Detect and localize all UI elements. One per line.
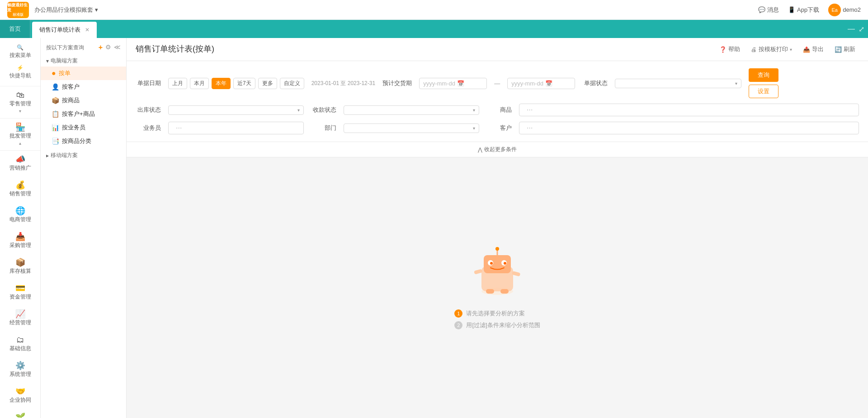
date-btn-last-7days[interactable]: 近7天 xyxy=(233,78,255,89)
sidebar-item-finance[interactable]: 💳 资金管理 xyxy=(0,280,40,305)
refresh-btn[interactable]: 🔄 刷新 xyxy=(831,43,859,55)
collapse-icon: ⋀ xyxy=(478,147,482,153)
date-btn-custom[interactable]: 自定义 xyxy=(280,78,304,89)
sidebar-item-retail[interactable]: 🛍 零售管理 ▾ xyxy=(0,86,40,118)
sidebar: 🔍 搜索菜单 ⚡ 快捷导航 🛍 零售管理 ▾ 🏪 批发管理 ▴ 📣 xyxy=(0,38,41,418)
window-maximize-btn[interactable]: ⤢ xyxy=(859,25,864,33)
scheme-settings-icon[interactable]: ⚙ xyxy=(105,43,111,52)
sidebar-item-enterprise[interactable]: 🤝 企业协同 xyxy=(0,383,40,408)
sidebar-item-sales[interactable]: 💰 销售管理 xyxy=(0,176,40,202)
tab-sales-order-stat[interactable]: 销售订单统计表 ✕ xyxy=(32,22,97,38)
template-print-caret: ▾ xyxy=(790,47,792,52)
customer-dots[interactable]: ··· xyxy=(527,124,533,132)
date-btn-this-month[interactable]: 本月 xyxy=(190,78,209,89)
customer-input[interactable]: ··· xyxy=(519,122,859,134)
query-btn[interactable]: 查询 xyxy=(749,68,778,82)
svg-rect-12 xyxy=(500,289,509,294)
brand-name: 畅捷通好生意 xyxy=(7,3,29,13)
left-panel-header: 按以下方案查询 + ⚙ ≪ xyxy=(41,42,126,55)
by-customer-label: 按客户 xyxy=(62,83,80,91)
svg-rect-11 xyxy=(486,289,494,294)
scheme-item-by-customer[interactable]: 👤 按客户 xyxy=(41,80,126,94)
industry-selector[interactable]: 办公用品行业模拟账套 ▾ xyxy=(34,6,98,14)
tab-close-icon[interactable]: ✕ xyxy=(85,27,90,33)
scheme-item-by-order[interactable]: ● 按单 xyxy=(41,66,126,80)
scheme-collapse-icon[interactable]: ≪ xyxy=(114,43,121,52)
window-minimize-btn[interactable]: — xyxy=(848,25,855,33)
sidebar-item-purchase[interactable]: 📥 采购管理 xyxy=(0,228,40,254)
tab-home[interactable]: 首页 xyxy=(0,20,30,38)
sidebar-item-basic[interactable]: 🗂 基础信息 xyxy=(0,331,40,357)
svg-point-6 xyxy=(504,262,506,265)
sidebar-item-newbie[interactable]: 🌱 新手引导 xyxy=(0,408,40,418)
sidebar-purchase-label: 采购管理 xyxy=(9,242,31,249)
settings-btn[interactable]: 设置 xyxy=(749,85,778,98)
scheme-item-by-salesperson[interactable]: 📊 按业务员 xyxy=(41,121,126,134)
scheme-item-by-product[interactable]: 📦 按商品 xyxy=(41,94,126,107)
expected-date-start[interactable]: yyyy-mm-dd 📅 xyxy=(419,78,487,89)
quicknav-icon: ⚡ xyxy=(17,65,24,71)
user-avatar-area[interactable]: Ea demo2 xyxy=(828,4,861,16)
bill-date-label: 单据日期 xyxy=(136,79,161,87)
collapse-more-btn[interactable]: ⋀ 收起更多条件 xyxy=(127,142,868,157)
by-order-label: 按单 xyxy=(59,69,71,77)
tip-text-2: 用[过滤]条件来缩小分析范围 xyxy=(466,321,540,329)
scheme-group-pc-title[interactable]: ▾ 电脑端方案 xyxy=(41,55,126,66)
goods-dots[interactable]: ··· xyxy=(527,106,533,114)
date-btn-this-year[interactable]: 本年 xyxy=(212,78,231,89)
sidebar-item-operation[interactable]: 📈 经营管理 xyxy=(0,305,40,331)
export-btn[interactable]: 📤 导出 xyxy=(799,43,827,55)
salesperson-dots[interactable]: ··· xyxy=(176,124,182,132)
scheme-item-by-customer-product[interactable]: 📋 按客户+商品 xyxy=(41,107,126,121)
add-scheme-btn[interactable]: + xyxy=(99,43,103,52)
left-panel-title: 按以下方案查询 xyxy=(46,44,84,52)
sidebar-search-btn[interactable]: 🔍 搜索菜单 xyxy=(0,42,40,62)
salesperson-input[interactable]: ··· xyxy=(168,122,304,134)
scheme-group-pc-label: 电脑端方案 xyxy=(51,57,78,65)
dept-caret-icon: ▾ xyxy=(473,126,475,131)
app-download-btn[interactable]: 📱 App下载 xyxy=(788,6,819,14)
dept-select[interactable]: ▾ xyxy=(344,124,479,133)
scheme-item-by-product-category[interactable]: 📑 按商品分类 xyxy=(41,134,126,148)
sidebar-wholesale-label: 批发管理 xyxy=(9,132,31,140)
sidebar-enterprise-label: 企业协同 xyxy=(9,396,31,404)
sidebar-item-ecommerce[interactable]: 🌐 电商管理 xyxy=(0,202,40,228)
template-print-btn[interactable]: 🖨 按模板打印 ▾ xyxy=(747,43,796,55)
scheme-group-mobile: ▸ 移动端方案 xyxy=(41,150,126,161)
date-btn-more[interactable]: 更多 xyxy=(258,78,277,89)
expected-date-end[interactable]: yyyy-mm-dd 📅 xyxy=(507,78,575,89)
refresh-label: 刷新 xyxy=(844,45,855,53)
main-layout: 🔍 搜索菜单 ⚡ 快捷导航 🛍 零售管理 ▾ 🏪 批发管理 ▴ 📣 xyxy=(0,38,868,418)
sidebar-top: 🔍 搜索菜单 ⚡ 快捷导航 xyxy=(0,38,40,86)
page-header: 销售订单统计表(按单) ❓ 帮助 🖨 按模板打印 ▾ 📤 导出 🔄 刷新 xyxy=(127,38,868,61)
help-btn[interactable]: ❓ 帮助 xyxy=(716,43,744,55)
sidebar-quicknav-btn[interactable]: ⚡ 快捷导航 xyxy=(0,62,40,82)
top-bar-right: 💬 消息 📱 App下载 Ea demo2 xyxy=(758,4,861,16)
finance-icon: 💳 xyxy=(15,284,25,292)
sidebar-item-system[interactable]: ⚙️ 系统管理 xyxy=(0,357,40,383)
scheme-group-pc: ▾ 电脑端方案 ● 按单 👤 按客户 📦 按商品 📋 按客户+商品 📊 按业 xyxy=(41,55,126,148)
receive-status-caret-icon: ▾ xyxy=(473,108,475,113)
sidebar-item-wholesale[interactable]: 🏪 批发管理 ▴ xyxy=(0,119,40,150)
svg-point-8 xyxy=(495,247,499,251)
date-range-text: 2023-01-01 至 2023-12-31 xyxy=(311,80,375,87)
wholesale-icon: 🏪 xyxy=(15,123,25,131)
by-product-category-label: 按商品分类 xyxy=(62,137,91,145)
expected-date-label: 预计交货期 xyxy=(382,79,412,87)
username-label: demo2 xyxy=(843,6,861,13)
enterprise-icon: 🤝 xyxy=(15,387,25,395)
scheme-group-mobile-title[interactable]: ▸ 移动端方案 xyxy=(41,150,126,161)
bill-status-select[interactable]: ▾ xyxy=(615,79,741,88)
ship-status-select[interactable]: ▾ xyxy=(168,105,304,115)
basic-icon: 🗂 xyxy=(16,336,24,344)
sidebar-item-inventory[interactable]: 📦 库存核算 xyxy=(0,254,40,280)
message-btn[interactable]: 💬 消息 xyxy=(758,6,779,14)
goods-input[interactable]: ··· xyxy=(519,104,859,116)
calendar-end-icon: 📅 xyxy=(545,80,552,87)
template-print-icon: 🖨 xyxy=(751,46,757,53)
svg-rect-2 xyxy=(484,255,511,273)
date-btn-last-month[interactable]: 上月 xyxy=(168,78,187,89)
sidebar-item-marketing[interactable]: 📣 营销推广 xyxy=(0,151,40,176)
receive-status-select[interactable]: ▾ xyxy=(344,105,479,115)
empty-state: 1 请先选择要分析的方案 2 用[过滤]条件来缩小分析范围 xyxy=(127,157,868,418)
